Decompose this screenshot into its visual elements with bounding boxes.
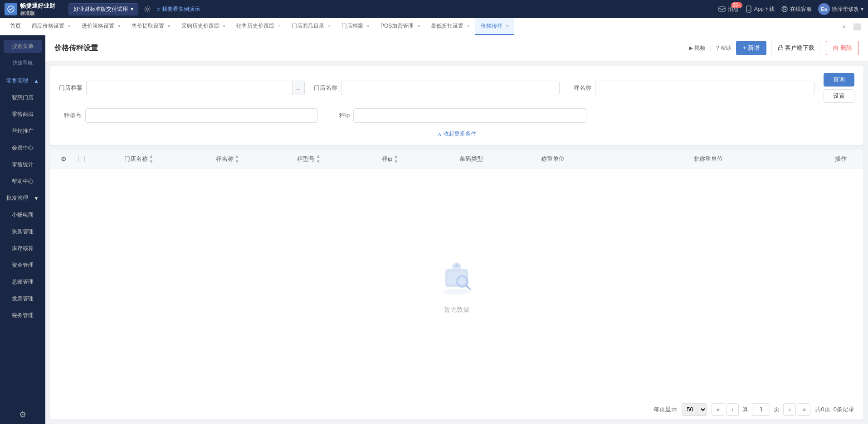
close-tab-price-scale[interactable]: × [506, 24, 509, 29]
select-all-checkbox[interactable] [78, 156, 85, 162]
close-tab-purchase-strategy[interactable]: × [118, 24, 121, 29]
first-page-button[interactable]: « [712, 403, 724, 416]
close-tab-price-setting[interactable]: × [68, 24, 71, 29]
sidebar-item-finance[interactable]: 资金管理 [0, 257, 45, 274]
content-area: 价格传秤设置 ▶ 视频 | ? 帮助 + 新增 凸 客户端下载 自 删除 [45, 35, 868, 424]
sidebar-item-tax[interactable]: 税务管理 [0, 307, 45, 324]
download-button[interactable]: 凸 客户端下载 [771, 41, 822, 55]
tab-sale-price[interactable]: 售价提取设置 × [126, 18, 176, 35]
help-link[interactable]: ? 帮助 [716, 44, 731, 52]
close-tab-action[interactable]: × [839, 22, 848, 31]
close-tab-sale-history[interactable]: × [278, 24, 281, 29]
svg-point-1 [146, 8, 149, 10]
sidebar-item-retail-mall[interactable]: 零售商城 [0, 106, 45, 123]
sidebar-item-wisdom-store[interactable]: 智慧门店 [0, 89, 45, 106]
sidebar-search: 搜索菜单 [0, 35, 45, 58]
store-file-input[interactable] [86, 81, 293, 95]
svg-point-10 [458, 277, 466, 285]
top-bar-right: 消息 99+ App下载 在线客服 Ea 徐泽华修改 ▾ [718, 3, 863, 15]
sidebar-settings-button[interactable]: ⚙ [19, 410, 26, 419]
page-input[interactable] [752, 403, 770, 416]
th-operation: 操作 [823, 155, 859, 163]
tab-store-file[interactable]: 门店档案 × [336, 18, 375, 35]
close-tab-pos-management[interactable]: × [417, 24, 420, 29]
close-tab-store-file[interactable]: × [367, 24, 370, 29]
page-size-select[interactable]: 50 10 20 100 [682, 403, 707, 416]
tab-min-discount[interactable]: 最低折扣设置 × [425, 18, 475, 35]
close-tab-store-catalog[interactable]: × [328, 24, 331, 29]
th-scale-ip: 秤ip ▲▼ [349, 154, 430, 164]
prev-page-button[interactable]: ‹ [726, 403, 739, 416]
svg-line-11 [467, 286, 470, 289]
page-title: 价格传秤设置 [54, 43, 98, 53]
store-file-more-btn[interactable]: ... [293, 81, 305, 95]
scale-ip-field: 秤ip [327, 108, 586, 123]
message-button[interactable]: 消息 99+ [718, 5, 739, 13]
demo-link[interactable]: ○ 我要看实例演示 [156, 5, 200, 13]
delete-button[interactable]: 自 删除 [826, 41, 859, 55]
th-scale-model: 秤型号 ▲▼ [268, 154, 349, 164]
close-tab-purchase-history[interactable]: × [223, 24, 226, 29]
sort-ip-icon[interactable]: ▲▼ [394, 154, 398, 164]
app-download-button[interactable]: App下载 [745, 5, 775, 13]
sidebar-item-purchase[interactable]: 采购管理 [0, 223, 45, 240]
tab-home[interactable]: 首页 [5, 18, 26, 35]
sidebar-item-help[interactable]: 帮助中心 [0, 173, 45, 190]
table-header: ⚙ 门店名称 ▲▼ 秤名称 ▲▼ 秤型号 ▲▼ 秤ip [50, 149, 863, 169]
sidebar-item-ecommerce[interactable]: 小畅电商 [0, 207, 45, 223]
tab-price-setting[interactable]: 商品价格设置 × [26, 18, 76, 35]
online-service-button[interactable]: 在线客服 [781, 5, 812, 13]
th-non-weight-unit: 非称重单位 [593, 155, 823, 163]
scale-model-input[interactable] [85, 108, 318, 123]
total-info: 共0页, 0条记录 [815, 405, 854, 414]
scale-ip-input[interactable] [353, 108, 586, 123]
top-bar-left: 畅捷通好业财 标准版 好业财标准版交付试用 ▾ ○ 我要看实例演示 [5, 2, 200, 17]
sidebar-item-invoice[interactable]: 发票管理 [0, 290, 45, 307]
quick-nav-label: 快捷导航 [0, 58, 45, 70]
tab-sale-history[interactable]: 销售历史价跟踪 × [231, 18, 286, 35]
last-page-button[interactable]: » [798, 403, 810, 416]
main-layout: 搜索菜单 快捷导航 零售管理 ▲ 智慧门店 零售商城 营销推广 会员中心 零售统… [0, 35, 868, 424]
close-tab-sale-price[interactable]: × [168, 24, 171, 29]
th-checkbox[interactable] [73, 156, 91, 162]
sidebar-item-ledger[interactable]: 总账管理 [0, 274, 45, 290]
tab-store-catalog[interactable]: 门店商品目录 × [286, 18, 336, 35]
scale-name-input[interactable] [595, 81, 814, 95]
video-link[interactable]: ▶ 视频 [689, 44, 705, 52]
search-row-2: 秤型号 秤ip [59, 108, 854, 123]
settings-button[interactable] [142, 4, 153, 14]
query-button[interactable]: 查询 [824, 73, 854, 87]
store-name-input[interactable] [341, 81, 560, 95]
tab-purchase-history[interactable]: 采购历史价跟踪 × [176, 18, 231, 35]
page-header: 价格传秤设置 ▶ 视频 | ? 帮助 + 新增 凸 客户端下载 自 删除 [45, 35, 868, 61]
set-button[interactable]: 设置 [824, 89, 854, 103]
sort-model-icon[interactable]: ▲▼ [316, 154, 321, 164]
search-menu-button[interactable]: 搜索菜单 [4, 40, 42, 53]
close-tab-min-discount[interactable]: × [467, 24, 470, 29]
store-file-field: 门店档案 ... [59, 81, 305, 95]
th-settings[interactable]: ⚙ [54, 155, 73, 163]
tab-purchase-strategy[interactable]: 进价策略设置 × [76, 18, 126, 35]
add-button[interactable]: + 新增 [736, 41, 766, 55]
tab-price-scale[interactable]: 价格传秤 × [475, 18, 514, 35]
sort-scale-icon[interactable]: ▲▼ [235, 154, 239, 164]
column-settings-icon[interactable]: ⚙ [61, 155, 67, 163]
sidebar-item-retail[interactable]: 零售管理 ▲ [0, 72, 45, 89]
sort-store-icon[interactable]: ▲▼ [149, 154, 154, 164]
sidebar-item-member[interactable]: 会员中心 [0, 140, 45, 156]
next-page-button[interactable]: › [783, 403, 796, 416]
edition-select[interactable]: 好业财标准版交付试用 ▾ [68, 3, 138, 15]
sidebar-item-retail-stats[interactable]: 零售统计 [0, 156, 45, 173]
sidebar-item-inventory[interactable]: 库存核算 [0, 240, 45, 257]
sidebar-nav: 零售管理 ▲ 智慧门店 零售商城 营销推广 会员中心 零售统计 帮助中心 批 [0, 70, 45, 327]
tab-pos-management[interactable]: POS加密管理 × [375, 18, 425, 35]
sidebar-item-marketing[interactable]: 营销推广 [0, 123, 45, 140]
page-unit: 页 [772, 405, 781, 414]
collapse-button[interactable]: ∧ 收起更多条件 [438, 130, 476, 138]
user-menu[interactable]: Ea 徐泽华修改 ▾ [818, 3, 863, 15]
table-body: 暂无数据 [50, 169, 863, 399]
expand-tab-action[interactable]: ⬜ [850, 22, 863, 31]
page-size-label: 每页显示 [653, 405, 677, 414]
collapse-row: ∧ 收起更多条件 [59, 128, 854, 138]
sidebar-item-wholesale[interactable]: 批发管理 ▼ [0, 190, 45, 207]
